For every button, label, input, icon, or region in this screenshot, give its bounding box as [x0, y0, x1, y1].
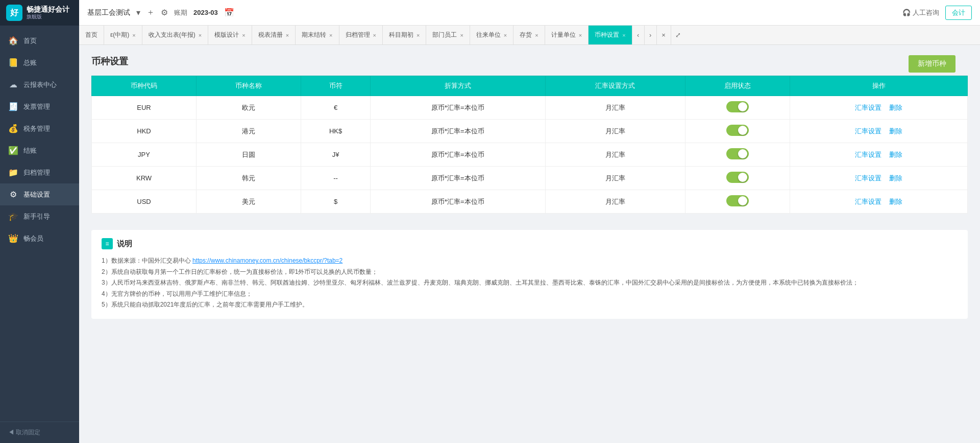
calc-cell: 原币*汇率=本位币: [370, 96, 545, 120]
sidebar-toggle[interactable]: ◀ 取消固定: [0, 422, 79, 443]
tab-close-9[interactable]: ×: [504, 32, 507, 38]
rate-setting-link-4[interactable]: 汇率设置: [855, 198, 881, 205]
tab-close-3[interactable]: ×: [242, 32, 245, 38]
sidebar-item-发票管理[interactable]: 🧾发票管理: [0, 96, 79, 118]
symbol-cell: --: [301, 167, 371, 190]
company-dropdown-icon[interactable]: ▾: [136, 8, 140, 17]
tab-close-7[interactable]: ×: [416, 32, 420, 38]
tab-税表清册[interactable]: 税表清册×: [252, 26, 296, 45]
rate-setting-link-0[interactable]: 汇率设置: [855, 104, 881, 111]
tab-往来单位[interactable]: 往来单位×: [470, 26, 513, 45]
tab-close-5[interactable]: ×: [329, 32, 332, 38]
code-cell: EUR: [92, 96, 197, 120]
nav-icon-6: 📁: [8, 168, 18, 177]
note-item-3: 4）无官方牌价的币种，可以用用户手工维护汇率信息；: [102, 289, 958, 300]
tab-ε(中期)[interactable]: ε(中期)×: [104, 26, 142, 45]
consulting-label: 人工咨询: [913, 8, 939, 17]
enable-toggle-4[interactable]: [726, 195, 749, 206]
delete-link-2[interactable]: 删除: [889, 151, 902, 158]
tab-close-11[interactable]: ×: [579, 32, 582, 38]
sidebar-item-税务管理[interactable]: 💰税务管理: [0, 118, 79, 139]
action-cell: 汇率设置 删除: [790, 190, 968, 214]
sidebar-item-基础设置[interactable]: ⚙基础设置: [0, 183, 79, 205]
rate-setting-link-3[interactable]: 汇率设置: [855, 174, 881, 182]
tab-科目期初[interactable]: 科目期初×: [383, 26, 426, 45]
page-title: 币种设置: [91, 55, 968, 67]
tab-expand-btn[interactable]: ⤢: [671, 26, 685, 45]
tab-close-2[interactable]: ×: [199, 32, 202, 38]
settings-icon[interactable]: ⚙: [161, 8, 168, 17]
rate-setting-link-2[interactable]: 汇率设置: [855, 151, 881, 158]
enable-toggle-1[interactable]: [726, 125, 749, 136]
tab-close-12[interactable]: ×: [622, 32, 625, 38]
table-row: JPY日圆J¥原币*汇率=本位币月汇率 汇率设置 删除: [92, 143, 968, 167]
period-label: 账期: [174, 8, 187, 17]
delete-link-3[interactable]: 删除: [889, 174, 902, 182]
tab-期末结转[interactable]: 期末结转×: [296, 26, 339, 45]
main-area: 基层工会测试 ▾ ＋ ⚙ 账期 2023-03 📅 🎧 人工咨询 会计 首页ε(…: [79, 0, 980, 443]
sidebar-item-首页[interactable]: 🏠首页: [0, 30, 79, 52]
consulting-btn[interactable]: 🎧 人工咨询: [902, 8, 939, 17]
tab-币种设置[interactable]: 币种设置×: [589, 26, 632, 45]
symbol-cell: $: [301, 190, 371, 214]
nav-label-1: 总账: [23, 58, 37, 67]
tab-首页[interactable]: 首页: [79, 26, 104, 45]
delete-link-4[interactable]: 删除: [889, 198, 902, 205]
page-header: 币种设置 新增币种: [91, 55, 968, 67]
account-button[interactable]: 会计: [945, 6, 972, 20]
note-item-1: 2）系统自动获取每月第一个工作日的汇率标价，统一为直接标价法，即1外币可以兑换的…: [102, 267, 958, 278]
sidebar-toggle-label: ◀ 取消固定: [8, 428, 40, 437]
delete-link-1[interactable]: 删除: [889, 127, 902, 135]
notes-url-link[interactable]: https://www.chinamoney.com.cn/chinese/bk…: [192, 257, 342, 264]
sidebar-item-归档管理[interactable]: 📁归档管理: [0, 161, 79, 183]
tab-next-btn[interactable]: ›: [645, 26, 657, 45]
notes-section: ≡ 说明 1）数据来源：中国外汇交易中心 https://www.chinamo…: [91, 230, 968, 319]
currency-table: 币种代码币种名称币符折算方式汇率设置方式启用状态操作 EUR欧元€原币*汇率=本…: [91, 76, 968, 214]
tab-close-4[interactable]: ×: [286, 32, 289, 38]
enable-toggle-3[interactable]: [726, 172, 749, 183]
nav-icon-7: ⚙: [8, 190, 18, 199]
col-header-币种名称: 币种名称: [197, 76, 301, 96]
delete-link-0[interactable]: 删除: [889, 104, 902, 111]
calendar-icon[interactable]: 📅: [224, 8, 234, 17]
enable-toggle-0[interactable]: [726, 101, 749, 112]
sidebar-item-结账[interactable]: ✅结账: [0, 139, 79, 161]
tab-label-0: 首页: [85, 31, 97, 39]
code-cell: KRW: [92, 167, 197, 190]
enable-toggle-2[interactable]: [726, 148, 749, 159]
sidebar-item-畅会员[interactable]: 👑畅会员: [0, 227, 79, 249]
rate-type-cell: 月汇率: [545, 167, 685, 190]
note-item-2: 3）人民币对马来西亚林吉特、俄罗斯卢布、南非兰特、韩元、阿联酋迪拉姆、沙特里亚尔…: [102, 277, 958, 289]
rate-setting-link-1[interactable]: 汇率设置: [855, 127, 881, 135]
toggle-cell: [685, 167, 790, 190]
nav-icon-3: 🧾: [8, 102, 18, 111]
sidebar-item-云报表中心[interactable]: ☁云报表中心: [0, 74, 79, 96]
tab-close-6[interactable]: ×: [373, 32, 376, 38]
tab-close-all-btn[interactable]: ×: [657, 26, 671, 45]
tab-存货[interactable]: 存货×: [513, 26, 545, 45]
tab-close-10[interactable]: ×: [535, 32, 538, 38]
new-currency-button[interactable]: 新增币种: [909, 55, 955, 73]
sidebar-item-新手引导[interactable]: 🎓新手引导: [0, 205, 79, 227]
table-row: EUR欧元€原币*汇率=本位币月汇率 汇率设置 删除: [92, 96, 968, 120]
nav-label-6: 归档管理: [23, 168, 50, 177]
add-tab-icon[interactable]: ＋: [146, 7, 155, 18]
tab-close-8[interactable]: ×: [460, 32, 463, 38]
tab-prev-btn[interactable]: ‹: [632, 26, 645, 45]
action-cell: 汇率设置 删除: [790, 167, 968, 190]
rate-type-cell: 月汇率: [545, 120, 685, 143]
tab-归档管理[interactable]: 归档管理×: [339, 26, 383, 45]
tab-label-3: 模版设计: [214, 31, 239, 39]
toggle-cell: [685, 120, 790, 143]
tab-close-1[interactable]: ×: [132, 32, 135, 38]
tab-收入支出表(年报)[interactable]: 收入支出表(年报)×: [142, 26, 208, 45]
sidebar-item-总账[interactable]: 📒总账: [0, 52, 79, 74]
tab-部门员工[interactable]: 部门员工×: [426, 26, 470, 45]
nav-label-7: 基础设置: [23, 190, 50, 199]
content-area: 币种设置 新增币种 币种代码币种名称币符折算方式汇率设置方式启用状态操作 EUR…: [79, 45, 980, 443]
table-row: HKD港元HK$原币*汇率=本位币月汇率 汇率设置 删除: [92, 120, 968, 143]
tab-计量单位[interactable]: 计量单位×: [545, 26, 589, 45]
action-cell: 汇率设置 删除: [790, 96, 968, 120]
name-cell: 欧元: [197, 96, 301, 120]
tab-模版设计[interactable]: 模版设计×: [208, 26, 252, 45]
